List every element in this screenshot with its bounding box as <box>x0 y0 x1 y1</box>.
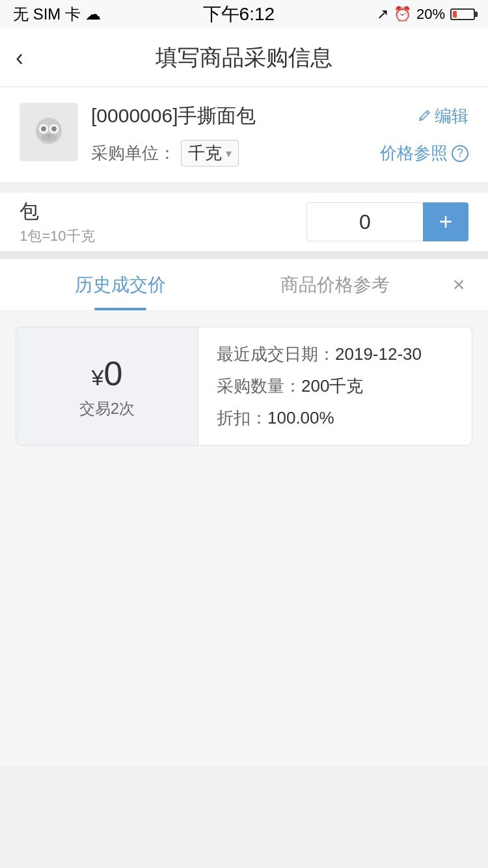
back-button[interactable]: ‹ <box>16 44 23 72</box>
divider-2 <box>0 251 488 259</box>
product-header: [0000006]手撕面包 编辑 <box>91 103 468 129</box>
history-card: ¥0 交易2次 最近成交日期：2019-12-30 采购数量：200千克 折扣：… <box>16 327 472 446</box>
status-bar: 无 SIM 卡 ☁ 下午6:12 ↗ ⏰ 20% <box>0 0 488 29</box>
tab-price-ref-label: 商品价格参考 <box>280 273 390 297</box>
qty-value: 200千克 <box>301 376 363 396</box>
tab-history-label: 历史成交价 <box>75 273 166 297</box>
history-price-left: ¥0 交易2次 <box>16 327 198 445</box>
product-thumbnail <box>20 103 78 161</box>
svg-point-3 <box>41 126 46 131</box>
svg-point-4 <box>51 126 57 131</box>
recent-date-row: 最近成交日期：2019-12-30 <box>217 343 454 366</box>
unit-label: 采购单位： 千克 ▾ <box>91 140 239 167</box>
tab-active-underline <box>94 308 146 310</box>
price-yen-symbol: ¥ <box>92 365 104 390</box>
discount-value: 100.00% <box>267 408 334 427</box>
info-icon: ? <box>452 145 468 162</box>
qty-unit-name: 包 <box>20 198 137 225</box>
history-trades: 交易2次 <box>79 398 135 419</box>
price-ref-button[interactable]: 价格参照 ? <box>380 142 468 165</box>
signal-text: 无 SIM 卡 ☁ <box>13 4 101 25</box>
status-right: ↗ ⏰ 20% <box>377 6 475 23</box>
quantity-input[interactable] <box>306 202 424 241</box>
product-name: [0000006]手撕面包 <box>91 103 256 129</box>
unit-select[interactable]: 千克 ▾ <box>181 140 239 167</box>
divider-1 <box>0 182 488 193</box>
product-thumb-icon <box>26 109 72 155</box>
product-info: [0000006]手撕面包 编辑 采购单位： 千克 ▾ 价格参照 ? <box>91 103 468 167</box>
quantity-plus-button[interactable]: + <box>423 202 468 241</box>
recent-date-label: 最近成交日期： <box>217 344 335 364</box>
location-icon: ↗ <box>377 6 388 23</box>
battery-fill <box>453 11 457 18</box>
edit-icon <box>418 109 432 124</box>
status-time: 下午6:12 <box>203 2 275 27</box>
plus-icon: + <box>439 210 452 234</box>
unit-label-text: 采购单位： <box>91 142 176 165</box>
close-button[interactable]: × <box>442 269 475 301</box>
quantity-row: 包 1包=10千克 + <box>0 193 488 251</box>
nav-bar: ‹ 填写商品采购信息 <box>0 29 488 87</box>
battery-percent: 20% <box>416 6 445 23</box>
chevron-down-icon: ▾ <box>226 146 232 161</box>
alarm-icon: ⏰ <box>394 6 411 23</box>
price-ref-label: 价格参照 <box>380 142 448 165</box>
discount-row: 折扣：100.00% <box>217 407 454 429</box>
tabs-bar: 历史成交价 商品价格参考 × <box>0 259 488 311</box>
battery-icon <box>450 8 475 20</box>
product-unit-row: 采购单位： 千克 ▾ 价格参照 ? <box>91 140 468 167</box>
history-details: 最近成交日期：2019-12-30 采购数量：200千克 折扣：100.00% <box>198 327 472 445</box>
tab-product-price-ref[interactable]: 商品价格参考 <box>228 259 442 310</box>
product-card: [0000006]手撕面包 编辑 采购单位： 千克 ▾ 价格参照 ? <box>0 87 488 182</box>
unit-value: 千克 <box>188 142 222 165</box>
discount-label: 折扣： <box>217 408 267 427</box>
tab-history-price[interactable]: 历史成交价 <box>13 259 228 310</box>
status-left: 无 SIM 卡 ☁ <box>13 4 101 25</box>
quantity-label: 包 1包=10千克 <box>20 198 137 246</box>
price-value: 0 <box>104 355 123 392</box>
recent-date-value: 2019-12-30 <box>335 344 422 364</box>
edit-button[interactable]: 编辑 <box>418 105 468 128</box>
history-content: ¥0 交易2次 最近成交日期：2019-12-30 采购数量：200千克 折扣：… <box>0 311 488 766</box>
page-title: 填写商品采购信息 <box>156 43 332 73</box>
edit-label: 编辑 <box>435 105 468 128</box>
history-price: ¥0 <box>92 354 123 393</box>
product-logo-svg <box>29 113 68 152</box>
qty-unit-conv: 1包=10千克 <box>20 226 137 246</box>
qty-label: 采购数量： <box>217 376 301 396</box>
qty-row: 采购数量：200千克 <box>217 375 454 398</box>
